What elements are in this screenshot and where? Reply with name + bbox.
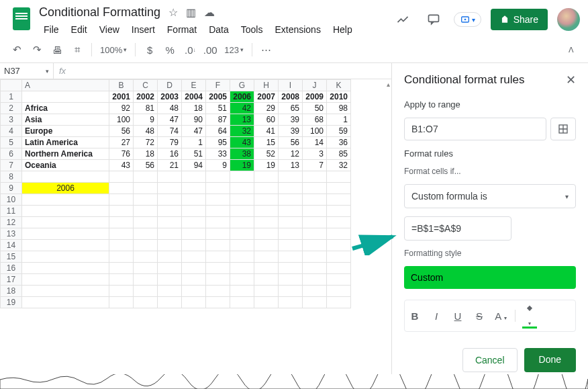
range-input[interactable]: B1:O7: [404, 118, 546, 140]
format-rules-label: Format rules: [404, 148, 576, 159]
decrease-decimal-icon[interactable]: .0↓: [181, 41, 199, 58]
menu-help[interactable]: Help: [328, 22, 357, 37]
cloud-icon[interactable]: ☁: [204, 6, 215, 19]
collapse-toolbar-icon[interactable]: ᐱ: [562, 41, 580, 58]
menu-insert[interactable]: Insert: [127, 22, 160, 37]
undo-icon[interactable]: ↶: [8, 41, 26, 58]
formula-input[interactable]: =B$1=$A$9: [404, 216, 511, 241]
name-box[interactable]: N37▾: [0, 63, 54, 79]
conditional-format-panel: Conditional format rules ✕ Apply to rang…: [392, 63, 588, 377]
apply-range-label: Apply to range: [404, 99, 576, 110]
menu-data[interactable]: Data: [204, 22, 234, 37]
app-header: Conditional Formatting ☆ ▥ ☁ FileEditVie…: [0, 0, 588, 37]
menu-file[interactable]: File: [39, 22, 64, 37]
account-avatar[interactable]: [557, 8, 580, 31]
format-cells-if-label: Format cells if...: [404, 167, 576, 176]
close-icon[interactable]: ✕: [566, 73, 576, 87]
currency-icon[interactable]: $: [141, 41, 158, 58]
star-icon[interactable]: ☆: [168, 6, 178, 19]
torn-edge: [0, 374, 588, 389]
text-color-icon[interactable]: A ▾: [493, 310, 508, 322]
done-button[interactable]: Done: [524, 348, 576, 372]
cancel-button[interactable]: Cancel: [462, 348, 518, 372]
toolbar: ↶ ↷ 🖶 ⌗ 100% ▾ $ % .0↓ .00 123 ▾ ⋯ ᐱ: [0, 37, 588, 63]
formatting-style-label: Formatting style: [404, 249, 576, 258]
condition-select[interactable]: Custom formula is▾: [404, 184, 576, 208]
menu-edit[interactable]: Edit: [66, 22, 92, 37]
menu-extensions[interactable]: Extensions: [270, 22, 325, 37]
increase-decimal-icon[interactable]: .00: [201, 41, 219, 58]
grid[interactable]: ABCDEFGHIJK12001200220032004200520062007…: [0, 79, 391, 377]
style-toolbar: B I U S A ▾ ▾: [404, 300, 576, 332]
svg-rect-0: [428, 15, 438, 21]
menu-view[interactable]: View: [95, 22, 124, 37]
scroll-up-icon[interactable]: ▴: [387, 81, 390, 88]
number-format-select[interactable]: 123 ▾: [222, 45, 246, 55]
doc-title[interactable]: Conditional Formatting: [39, 5, 160, 19]
select-range-icon[interactable]: [550, 118, 576, 140]
move-icon[interactable]: ▥: [186, 6, 196, 19]
menu-tools[interactable]: Tools: [236, 22, 268, 37]
panel-title: Conditional format rules: [404, 73, 525, 87]
menu-format[interactable]: Format: [162, 22, 201, 37]
menubar: FileEditViewInsertFormatDataToolsExtensi…: [39, 22, 392, 37]
share-button[interactable]: Share: [491, 9, 548, 30]
comments-icon[interactable]: [423, 9, 444, 30]
fill-color-icon[interactable]: ▾: [522, 304, 537, 327]
more-toolbar-icon[interactable]: ⋯: [258, 41, 275, 58]
present-button[interactable]: ▾: [454, 12, 481, 27]
underline-icon[interactable]: U: [450, 310, 465, 322]
italic-icon[interactable]: I: [429, 310, 444, 322]
print-icon[interactable]: 🖶: [48, 41, 66, 58]
redo-icon[interactable]: ↷: [28, 41, 46, 58]
bold-icon[interactable]: B: [407, 310, 422, 322]
paint-format-icon[interactable]: ⌗: [68, 41, 86, 58]
sheets-logo[interactable]: [8, 5, 35, 32]
percent-icon[interactable]: %: [161, 41, 179, 58]
style-preview[interactable]: Custom: [404, 266, 576, 289]
strikethrough-icon[interactable]: S: [472, 310, 487, 322]
zoom-select[interactable]: 100% ▾: [97, 45, 130, 55]
insights-icon[interactable]: [392, 9, 413, 30]
formula-bar-fx-icon: fx: [54, 66, 71, 76]
spreadsheet-area: N37▾ fx ABCDEFGHIJK120012002200320042005…: [0, 63, 392, 377]
